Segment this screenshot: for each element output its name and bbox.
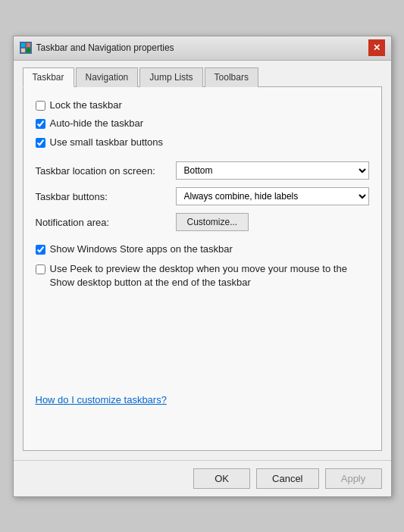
location-control: Bottom Top Left Right bbox=[176, 161, 369, 180]
store-apps-label[interactable]: Show Windows Store apps on the taskbar bbox=[50, 243, 233, 256]
main-window: Taskbar and Navigation properties ✕ Task… bbox=[13, 36, 392, 497]
notification-control: Customize... bbox=[176, 213, 369, 231]
tab-taskbar[interactable]: Taskbar bbox=[23, 67, 74, 87]
tab-navigation[interactable]: Navigation bbox=[76, 67, 139, 87]
apply-button[interactable]: Apply bbox=[325, 468, 382, 489]
tab-bar: Taskbar Navigation Jump Lists Toolbars bbox=[23, 67, 382, 87]
buttons-control: Always combine, hide labels Combine when… bbox=[176, 187, 369, 205]
peek-row: Use Peek to preview the desktop when you… bbox=[36, 262, 369, 289]
svg-rect-0 bbox=[21, 43, 25, 47]
peek-label[interactable]: Use Peek to preview the desktop when you… bbox=[50, 262, 369, 289]
auto-hide-label[interactable]: Auto-hide the taskbar bbox=[50, 117, 144, 130]
close-button[interactable]: ✕ bbox=[368, 39, 385, 56]
svg-rect-1 bbox=[27, 43, 30, 47]
auto-hide-row: Auto-hide the taskbar bbox=[36, 117, 369, 130]
peek-checkbox[interactable] bbox=[36, 264, 45, 274]
notification-row: Notification area: Customize... bbox=[36, 213, 369, 231]
buttons-select[interactable]: Always combine, hide labels Combine when… bbox=[176, 187, 369, 205]
title-bar: Taskbar and Navigation properties ✕ bbox=[14, 36, 391, 61]
cancel-button[interactable]: Cancel bbox=[256, 468, 318, 489]
window-icon bbox=[20, 42, 32, 54]
buttons-label: Taskbar buttons: bbox=[36, 191, 176, 202]
help-link[interactable]: How do I customize taskbars? bbox=[36, 394, 369, 405]
lock-taskbar-row: Lock the taskbar bbox=[36, 99, 369, 112]
bottom-buttons: OK Cancel Apply bbox=[14, 460, 391, 496]
store-apps-checkbox[interactable] bbox=[36, 245, 45, 255]
small-buttons-row: Use small taskbar buttons bbox=[36, 136, 369, 149]
auto-hide-checkbox[interactable] bbox=[36, 119, 45, 129]
svg-rect-2 bbox=[21, 49, 25, 52]
location-row: Taskbar location on screen: Bottom Top L… bbox=[36, 161, 369, 180]
location-label: Taskbar location on screen: bbox=[36, 165, 176, 177]
ok-button[interactable]: OK bbox=[193, 468, 250, 489]
location-select[interactable]: Bottom Top Left Right bbox=[176, 161, 369, 180]
title-bar-left: Taskbar and Navigation properties bbox=[20, 42, 174, 54]
small-buttons-label[interactable]: Use small taskbar buttons bbox=[50, 136, 164, 149]
buttons-row: Taskbar buttons: Always combine, hide la… bbox=[36, 187, 369, 205]
store-apps-row: Show Windows Store apps on the taskbar bbox=[36, 243, 369, 256]
tab-content-taskbar: Lock the taskbar Auto-hide the taskbar U… bbox=[23, 87, 382, 451]
tab-jump-lists[interactable]: Jump Lists bbox=[139, 67, 202, 87]
dialog-content: Taskbar Navigation Jump Lists Toolbars L… bbox=[14, 61, 391, 460]
small-buttons-checkbox[interactable] bbox=[36, 138, 45, 148]
lock-taskbar-checkbox[interactable] bbox=[36, 101, 45, 111]
lock-taskbar-label[interactable]: Lock the taskbar bbox=[50, 99, 122, 112]
svg-rect-3 bbox=[27, 49, 30, 52]
customize-button[interactable]: Customize... bbox=[176, 213, 249, 231]
window-title: Taskbar and Navigation properties bbox=[36, 42, 174, 53]
tab-toolbars[interactable]: Toolbars bbox=[205, 67, 258, 87]
notification-label: Notification area: bbox=[36, 217, 176, 228]
